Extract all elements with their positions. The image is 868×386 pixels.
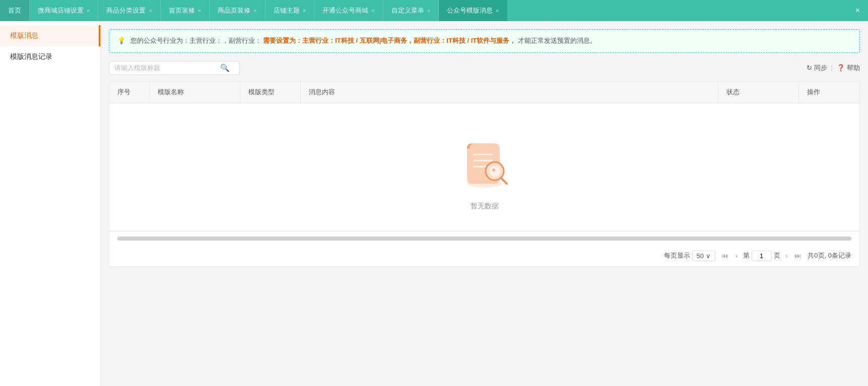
toolbar-divider: | [831, 64, 833, 71]
nav-shop-settings-label: 微商城店铺设置 [38, 6, 84, 15]
data-table: 序号 模版名称 模版类型 消息内容 状态 操作 [109, 81, 860, 267]
th-type: 模版类型 [240, 82, 301, 103]
main-layout: 模版消息 模版消息记录 💡 您的公众号行业为：主营行业：，副营行业： 需要设置为… [0, 21, 868, 386]
total-info: 共0页, 0条记录 [808, 251, 851, 260]
help-button[interactable]: ❓ 帮助 [837, 63, 860, 72]
th-status: 状态 [718, 82, 799, 103]
page-size-chevron-icon: ∨ [706, 252, 711, 260]
empty-state-text: 暂无数据 [471, 202, 499, 211]
help-icon: ❓ [837, 64, 845, 71]
top-nav: 首页 微商城店铺设置 × 商品分类设置 × 首页装修 × 商品页装修 × 店铺主… [0, 0, 868, 21]
nav-open-mall-close[interactable]: × [371, 8, 374, 14]
nav-open-mall[interactable]: 开通公众号商城 × [314, 0, 383, 21]
svg-point-7 [492, 169, 495, 172]
nav-custom-menu-close[interactable]: × [427, 8, 430, 14]
last-page-button[interactable]: ⏭ [792, 251, 804, 261]
th-index: 序号 [109, 82, 150, 103]
page-label: 第 [743, 251, 750, 260]
next-page-button[interactable]: › [783, 251, 790, 261]
first-page-button[interactable]: ⏮ [719, 251, 730, 261]
help-label: 帮助 [847, 63, 860, 72]
th-name: 模版名称 [150, 82, 240, 103]
notice-icon: 💡 [117, 37, 125, 44]
scrollbar-area[interactable] [109, 231, 859, 246]
sync-label: 同步 [814, 63, 827, 72]
nav-custom-menu-label: 自定义菜单 [391, 6, 424, 15]
empty-state: 暂无数据 [109, 103, 859, 231]
sidebar-item-template-record-label: 模版消息记录 [10, 52, 52, 60]
th-content: 消息内容 [301, 82, 718, 103]
pagination: 每页显示 50 ∨ ⏮ ‹ 第 页 › ⏭ [109, 246, 859, 266]
nav-shop-settings-close[interactable]: × [87, 8, 90, 14]
nav-product-decor[interactable]: 商品页装修 × [210, 0, 265, 21]
notice-text2: 才能正常发送预置的消息。 [518, 37, 596, 44]
nav-template-msg-label: 公众号模版消息 [447, 6, 493, 15]
toolbar-right: ↻ 同步 | ❓ 帮助 [807, 63, 860, 72]
page-number-input[interactable] [752, 251, 772, 261]
nav-custom-menu[interactable]: 自定义菜单 × [383, 0, 439, 21]
notice-highlight: 需要设置为：主营行业：IT科技 / 互联网|电子商务，副营行业：IT科技 / I… [263, 37, 516, 44]
nav-category-settings[interactable]: 商品分类设置 × [98, 0, 160, 21]
nav-shop-theme-label: 店铺主题 [274, 6, 300, 15]
search-input-wrap[interactable]: 🔍 [109, 61, 240, 75]
nav-product-decor-close[interactable]: × [253, 8, 256, 14]
sync-icon: ↻ [807, 64, 812, 71]
nav-shop-settings[interactable]: 微商城店铺设置 × [30, 0, 98, 21]
nav-template-msg-close[interactable]: × [496, 8, 499, 14]
notice-box: 💡 您的公众号行业为：主营行业：，副营行业： 需要设置为：主营行业：IT科技 /… [109, 29, 860, 53]
prev-page-button[interactable]: ‹ [733, 251, 740, 261]
search-input[interactable] [114, 64, 220, 71]
page-input-wrap: 第 页 [743, 251, 780, 261]
page-controls: ⏮ ‹ 第 页 › ⏭ [719, 251, 804, 261]
page-size-selector: 每页显示 50 ∨ [664, 251, 715, 261]
sidebar-item-template-msg[interactable]: 模版消息 [0, 25, 100, 46]
nav-shop-theme[interactable]: 店铺主题 × [265, 0, 314, 21]
sidebar: 模版消息 模版消息记录 [0, 21, 101, 386]
nav-shop-theme-close[interactable]: × [303, 8, 306, 14]
sidebar-item-template-msg-label: 模版消息 [10, 31, 38, 39]
nav-home[interactable]: 首页 [0, 0, 30, 21]
table-header: 序号 模版名称 模版类型 消息内容 状态 操作 [109, 82, 859, 103]
empty-state-icon [454, 133, 515, 194]
sync-button[interactable]: ↻ 同步 [807, 63, 827, 72]
nav-product-decor-label: 商品页装修 [218, 6, 250, 15]
notice-text1: 您的公众号行业为：主营行业：，副营行业： [130, 37, 261, 44]
nav-open-mall-label: 开通公众号商城 [322, 6, 368, 15]
content-area: 💡 您的公众号行业为：主营行业：，副营行业： 需要设置为：主营行业：IT科技 /… [101, 21, 868, 386]
search-bar: 🔍 ↻ 同步 | ❓ 帮助 [109, 61, 860, 75]
nav-homepage-decor[interactable]: 首页装修 × [161, 0, 210, 21]
search-button[interactable]: 🔍 [220, 63, 230, 72]
global-close-button[interactable]: × [847, 0, 868, 21]
th-action: 操作 [799, 82, 859, 103]
horizontal-scrollbar[interactable] [117, 237, 851, 241]
nav-template-msg[interactable]: 公众号模版消息 × [439, 0, 507, 21]
page-unit-label: 页 [774, 251, 780, 260]
nav-homepage-decor-label: 首页装修 [169, 6, 195, 15]
nav-homepage-decor-close[interactable]: × [198, 8, 201, 14]
sidebar-item-template-record[interactable]: 模版消息记录 [0, 46, 100, 67]
nav-category-settings-close[interactable]: × [149, 8, 152, 14]
page-size-dropdown[interactable]: 50 ∨ [692, 251, 715, 261]
page-size-label: 每页显示 [664, 251, 690, 260]
nav-home-label: 首页 [8, 6, 21, 15]
nav-category-settings-label: 商品分类设置 [106, 6, 146, 15]
page-size-value: 50 [697, 252, 704, 260]
